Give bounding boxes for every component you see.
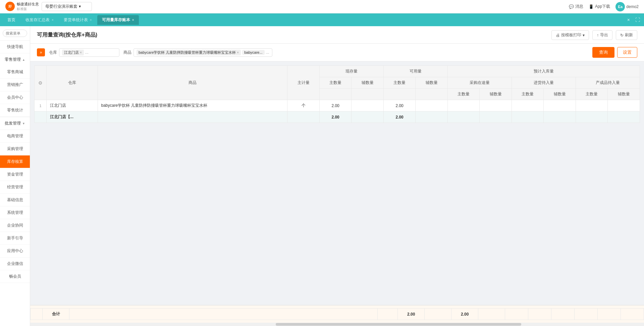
top-bar-left: 好 畅捷通好生意 标准版 母婴行业演示账套 ▾ [5, 2, 92, 11]
th-pi-aux: 辅数量 [480, 89, 512, 100]
product-more[interactable]: ... [266, 50, 269, 55]
refresh-label: 刷新 [625, 32, 633, 38]
ecommerce-label: 电商管理 [7, 134, 23, 138]
tab-receivable-close[interactable]: × [52, 18, 54, 22]
sidebar-item-inventory[interactable]: 库存核算 [0, 155, 30, 168]
system-label: 系统管理 [7, 210, 23, 215]
product-tag1-remove[interactable]: × [237, 51, 239, 54]
content-area: 可用量查询(按仓库+商品) 🖨 按模板打印 ▾ ↑ 导出 ↻ 刷新 [30, 26, 644, 326]
app-download-btn[interactable]: 📱 App下载 [589, 4, 610, 9]
app-label: App下载 [595, 4, 610, 9]
sidebar-item-quick-nav[interactable]: 快捷导航 [0, 41, 30, 53]
footer-row: 合计 2.00 2.00 [31, 309, 644, 320]
scroll-thumb [276, 323, 521, 326]
close-all-btn[interactable]: × [626, 16, 631, 24]
row-avail-aux [416, 100, 448, 111]
sidebar-item-enterprise-collab[interactable]: 企业协同 [0, 219, 30, 232]
user-area[interactable]: Ea demo2 [615, 2, 639, 11]
store-selector[interactable]: 母婴行业演示账套 ▾ [42, 2, 92, 11]
main-layout: 快捷导航 零售管理 ▲ 零售商城 营销推广 会员中心 零售统计 批发管理 ▼ [0, 26, 644, 326]
warehouse-tag-container[interactable]: 江北门店 × ... [59, 48, 119, 57]
sidebar-item-member[interactable]: 会员中心 [0, 91, 30, 104]
expand-icon: » [40, 50, 42, 55]
row-current-aux [352, 100, 384, 111]
sidebar-item-operations[interactable]: 经营管理 [0, 181, 30, 194]
th-current-stock-group: 现存量 [319, 66, 383, 77]
marketing-label: 营销推广 [7, 82, 23, 87]
sidebar-item-members[interactable]: 畅会员 [0, 270, 30, 283]
export-btn[interactable]: ↑ 导出 [592, 30, 612, 40]
sidebar-item-basic-info[interactable]: 基础信息 [0, 194, 30, 206]
enterprise-collab-label: 企业协同 [7, 223, 23, 228]
export-icon: ↑ [597, 33, 599, 38]
sidebar-item-wholesale-mgmt[interactable]: 批发管理 ▼ [0, 117, 30, 130]
home-label: 首页 [7, 17, 15, 22]
bottom-scrollbar[interactable] [30, 323, 644, 326]
sidebar-item-enterprise-wechat[interactable]: 企业微信 [0, 258, 30, 270]
warehouse-more[interactable]: ... [85, 50, 89, 55]
sidebar-item-finance[interactable]: 资金管理 [0, 168, 30, 181]
th-incoming-group: 进货待入量 [512, 77, 576, 89]
tab-order-close[interactable]: × [90, 18, 92, 22]
sidebar-item-retail-stats[interactable]: 零售统计 [0, 104, 30, 117]
sidebar-item-ecommerce[interactable]: 电商管理 [0, 130, 30, 143]
page-header: 可用量查询(按仓库+商品) 🖨 按模板打印 ▾ ↑ 导出 ↻ 刷新 [30, 26, 644, 44]
th-av-main2 [383, 89, 416, 100]
sidebar-item-retail-mall[interactable]: 零售商城 [0, 66, 30, 79]
sidebar-item-retail-mgmt[interactable]: 零售管理 ▲ [0, 53, 30, 66]
quick-nav-label: 快捷导航 [7, 44, 23, 49]
export-label: 导出 [600, 32, 608, 38]
message-btn[interactable]: 💬 消息 [569, 4, 583, 9]
th-prod-main: 主数量 [576, 89, 608, 100]
sidebar-item-purchase[interactable]: 采购管理 [0, 143, 30, 155]
tab-order-stats[interactable]: 要货单统计表 × [59, 15, 97, 25]
filter-expand-btn[interactable]: » [37, 48, 45, 56]
maximize-btn[interactable]: ⛶ [634, 16, 641, 24]
th-warehouse: 仓库 [47, 66, 98, 100]
print-btn[interactable]: 🖨 按模板打印 ▾ [551, 30, 589, 40]
group-avail-aux [416, 111, 448, 123]
top-bar: 好 畅捷通好生意 标准版 母婴行业演示账套 ▾ 💬 消息 📱 App下载 Ea … [0, 0, 644, 13]
query-btn[interactable]: 查询 [592, 47, 614, 58]
user-name: demo2 [626, 4, 639, 9]
table-wrapper[interactable]: ⚙ 仓库 商品 主计量 现存量 [30, 61, 644, 305]
nav-tabs: 首页 收发存汇总表 × 要货单统计表 × 可用量库存账本 × × ⛶ [0, 13, 644, 26]
group-current-main: 2.00 [319, 111, 352, 123]
sidebar-item-system[interactable]: 系统管理 [0, 206, 30, 219]
message-icon: 💬 [569, 4, 574, 9]
logo-sub: 标准版 [17, 7, 39, 11]
sidebar-item-app-center[interactable]: 应用中心 [0, 245, 30, 258]
logo-text: 畅捷通好生意 [17, 2, 39, 6]
sidebar-item-marketing[interactable]: 营销推广 [0, 79, 30, 91]
warehouse-label: 仓库 [49, 50, 57, 55]
product-tag-container[interactable]: babycare学饮杯 儿童防摔防撞吸管杯重力球吸嘴杯宝宝水杯 × babyca… [133, 48, 272, 57]
avatar: Ea [615, 2, 625, 11]
sidebar-item-new-guide[interactable]: 新手引导 [0, 232, 30, 245]
group-prod-aux [608, 111, 640, 123]
group-current-aux [352, 111, 384, 123]
group-prod-main [576, 111, 608, 123]
th-in-main: 主数量 [512, 89, 544, 100]
row-pi-aux [480, 100, 512, 111]
th-av-aux2 [416, 89, 448, 100]
retail-mgmt-label: 零售管理 [5, 57, 21, 62]
purchase-label: 采购管理 [7, 146, 23, 151]
warehouse-filter-group: 仓库 江北门店 × ... [49, 48, 119, 57]
gear-icon[interactable]: ⚙ [38, 80, 43, 86]
refresh-btn[interactable]: ↻ 刷新 [616, 30, 637, 40]
search-input[interactable] [3, 30, 27, 37]
sidebar-search-area [0, 26, 30, 41]
settings-btn[interactable]: 设置 [617, 47, 637, 58]
tab-available-inventory[interactable]: 可用量库存账本 × [97, 15, 139, 25]
th-cs-main2 [319, 89, 352, 100]
row-index: 1 [35, 100, 47, 111]
warehouse-tag-remove[interactable]: × [80, 51, 82, 54]
nav-right-controls: × ⛶ [626, 16, 641, 24]
tab-receivable-summary[interactable]: 收发存汇总表 × [21, 15, 58, 25]
th-current-aux: 辅数量 [352, 77, 384, 89]
product-tag-short-text: babycare... [244, 50, 262, 54]
tab-home[interactable]: 首页 [3, 15, 20, 25]
tab-available-close[interactable]: × [132, 18, 134, 22]
members-label: 畅会员 [9, 274, 21, 279]
product-label: 商品 [123, 50, 131, 55]
